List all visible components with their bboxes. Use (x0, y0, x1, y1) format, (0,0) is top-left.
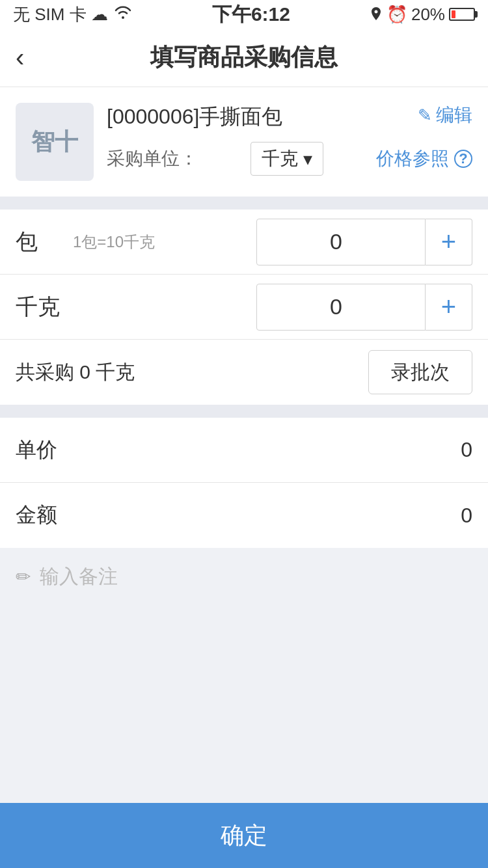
product-unit-row: 采购单位： 千克 ▾ 价格参照 ? (107, 142, 472, 176)
unit-price-value: 0 (461, 438, 472, 462)
location-icon (370, 5, 383, 25)
pencil-icon: ✏ (16, 566, 31, 588)
product-info: [0000006]手撕面包 ✎ 编辑 采购单位： 千克 ▾ 价格参照 ? (107, 103, 472, 176)
price-ref-button[interactable]: 价格参照 ? (376, 146, 472, 171)
product-logo: 智十 (31, 126, 78, 158)
quantity-section: 包 1包=10千克 + 千克 + (0, 210, 488, 340)
unit-select[interactable]: 千克 ▾ (251, 142, 323, 176)
price-section: 单价 0 金额 0 (0, 418, 488, 548)
product-name: [0000006]手撕面包 (107, 103, 282, 131)
amount-value: 0 (461, 504, 472, 528)
help-icon: ? (454, 150, 472, 168)
kg-plus-button[interactable]: + (426, 284, 472, 331)
sim-status: 无 SIM 卡 ☁ (13, 3, 108, 26)
unit-price-row: 单价 0 (0, 418, 488, 483)
notes-placeholder: 输入备注 (40, 563, 118, 590)
product-image: 智十 (16, 103, 94, 181)
amount-row: 金额 0 (0, 483, 488, 548)
amount-label: 金额 (16, 501, 57, 530)
status-bar: 无 SIM 卡 ☁ 下午6:12 ⏰ 20% (0, 0, 488, 29)
page-title: 填写商品采购信息 (150, 42, 338, 74)
total-row: 共采购 0 千克 录批次 (0, 340, 488, 405)
batch-button[interactable]: 录批次 (368, 350, 472, 394)
bag-input[interactable] (256, 219, 426, 265)
kg-input[interactable] (256, 284, 426, 331)
nav-bar: ‹ 填写商品采购信息 (0, 29, 488, 87)
alarm-icon: ⏰ (386, 5, 407, 25)
battery-percent: 20% (411, 5, 445, 25)
wifi-icon (113, 5, 133, 25)
back-button[interactable]: ‹ (16, 43, 24, 72)
kg-label: 千克 (16, 292, 68, 322)
notes-section[interactable]: ✏ 输入备注 (0, 548, 488, 613)
status-left: 无 SIM 卡 ☁ (13, 3, 133, 26)
bag-plus-button[interactable]: + (426, 219, 472, 265)
edit-icon: ✎ (418, 105, 432, 126)
empty-content-area (0, 613, 488, 808)
product-header: [0000006]手撕面包 ✎ 编辑 (107, 103, 472, 131)
bag-label: 包 (16, 227, 68, 257)
section-divider-1 (0, 197, 488, 210)
kg-input-row: 千克 + (0, 275, 488, 340)
total-text: 共采购 0 千克 (16, 359, 135, 386)
chevron-down-icon: ▾ (303, 148, 312, 170)
confirm-button[interactable]: 确定 (0, 803, 488, 868)
section-divider-2 (0, 405, 488, 418)
bag-sub-label: 1包=10千克 (73, 232, 256, 252)
status-time: 下午6:12 (212, 1, 290, 28)
bag-input-row: 包 1包=10千克 + (0, 210, 488, 275)
unit-price-label: 单价 (16, 436, 57, 465)
product-section: 智十 [0000006]手撕面包 ✎ 编辑 采购单位： 千克 ▾ 价格参照 ? (0, 87, 488, 197)
unit-label: 采购单位： (107, 146, 198, 171)
edit-button[interactable]: ✎ 编辑 (418, 103, 472, 128)
bag-input-wrapper: + (256, 219, 472, 265)
battery-icon (449, 8, 475, 21)
kg-input-wrapper: + (256, 284, 472, 331)
status-right: ⏰ 20% (370, 5, 475, 25)
